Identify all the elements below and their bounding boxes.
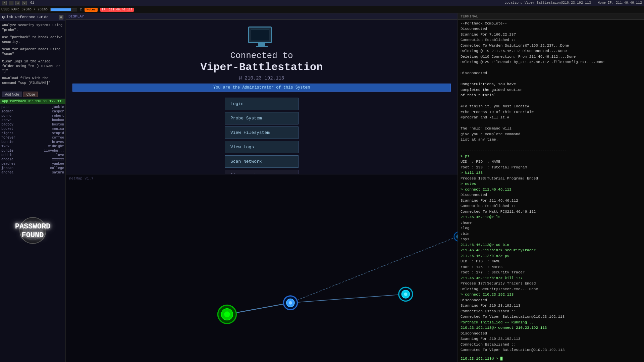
notes-badge[interactable]: Notes (85, 8, 98, 12)
admin-banner: You are the Administrator of this System (72, 84, 451, 92)
term-line: Deleting SecurityTracer.exe....Done (461, 287, 641, 292)
term-line: Scanning For 7.160.22.237 (461, 32, 641, 38)
term-line: UID : PID : NAME (461, 259, 641, 264)
term-line: > connect 211.46.46.112 (461, 187, 641, 193)
terminal-prompt: 210.23.192.113@ > █ (461, 357, 502, 361)
terminal-header: TERMINAL (458, 13, 644, 20)
term-line: :home (461, 220, 641, 226)
tip-1: Analyze security systems using "probe". (2, 23, 63, 33)
term-line: > connect 210.23.192.113 (461, 292, 641, 298)
password-row: peachesyankee (1, 162, 64, 166)
tip-4: Clear logs in the #//log folder using "r… (2, 59, 63, 73)
password-row: angelaxxxxxx (1, 157, 64, 162)
password-row: stevebooboo (1, 118, 64, 122)
left-panel: Quick Reference Guide X Analyze security… (0, 13, 66, 362)
tip-5: Download files with the command "scp [FI… (2, 76, 63, 86)
svg-point-4 (32, 229, 34, 232)
terminal-input-row: 210.23.192.113@ > █ (458, 355, 644, 362)
tip-2: Use "porthack" to break active security. (2, 35, 63, 45)
view-filesystem-btn[interactable]: View Filesystem (225, 126, 299, 139)
term-line: #program and kill it.# (461, 115, 641, 120)
rambar: USED RAM: 595mb / 761mb 2 Notes IP: 211.… (0, 6, 644, 13)
term-line: root : 146 : Notes (461, 264, 641, 270)
login-btn[interactable]: Login (225, 98, 299, 110)
password-row: 1969midnight (1, 144, 64, 149)
connected-ip: @ 210.23.192.113 (239, 75, 284, 81)
term-line: Connected To Viper-Battlestation@210.23.… (461, 314, 641, 320)
term-line: Disconnected (461, 331, 641, 337)
term-line: Congratulations, You have (461, 82, 641, 87)
term-line: root : 133 : Tutorial Program (461, 165, 641, 170)
terminal-output[interactable]: Note: the wildcard "*" indicates 'All'. … (458, 20, 644, 355)
main-layout: Quick Reference Guide X Analyze security… (0, 13, 644, 362)
fingerprint-icon (19, 217, 46, 244)
term-line: UID : PID : NAME (461, 159, 641, 165)
ip-badge: IP: 211.46.46.112 (100, 8, 134, 12)
close-btn[interactable]: × (2, 1, 7, 5)
term-line: > kill 133 (461, 170, 641, 176)
term-line: Connected To Viper-Battlestation@210.23.… (461, 347, 641, 353)
cursor: █ (500, 357, 503, 361)
scan-network-btn[interactable]: Scan Network (225, 155, 299, 168)
password-row: tigersstupid (1, 131, 64, 136)
monitor (248, 27, 272, 43)
svg-point-18 (404, 293, 407, 296)
maximize-btn[interactable]: □ (15, 1, 20, 5)
monitor-stand (258, 43, 265, 46)
term-line: Connection Established :: (461, 203, 641, 209)
quick-ref-header: Quick Reference Guide X (0, 13, 65, 21)
term-line (461, 98, 641, 104)
term-line: 211.46.46.112@> ls (461, 214, 641, 220)
computer-icon (248, 27, 275, 47)
portback-ip: IP: 210.23.192.113 (27, 100, 63, 103)
term-line: 211.46.46.112/bin/> SecurityTracer (461, 248, 641, 253)
add-note-btn[interactable]: Add Note (2, 92, 22, 97)
topbar-right: Location: Viper-Battlestaion@210.23.192.… (504, 1, 642, 5)
minimize-btn[interactable]: — (9, 1, 13, 5)
password-row: pornorobert (1, 114, 64, 118)
term-divider: ----------------------------------------… (461, 148, 641, 154)
term-line: Disconnected (461, 26, 641, 32)
action-buttons: Login Probe System View Filesystem View … (225, 98, 299, 168)
term-line: completed the guided section (461, 87, 641, 93)
term-divider: ----------------------------------------… (461, 65, 641, 71)
password-row: bonniebraves (1, 140, 64, 144)
term-line: Connection Established :: (461, 342, 641, 348)
term-line: Disconnected (461, 70, 641, 76)
term-line: Process 133[Tutorial Program] Ended (461, 176, 641, 182)
hostname-label: Viper-Battlestation (201, 61, 323, 73)
term-line (461, 143, 641, 148)
netmap-area: netMap v1.7 (66, 174, 458, 362)
term-line: give you a complete command (461, 132, 641, 137)
term-line: > notes (461, 181, 641, 187)
term-line: #To finish it, you must locate# (461, 104, 641, 109)
svg-point-15 (289, 301, 292, 304)
term-line: 210.23.192.113@> connect 210.23.192.113 (461, 325, 641, 331)
note-buttons: Add Note Close (0, 90, 65, 99)
portback-app: app:Portback (2, 100, 26, 103)
topbar-left: × — □ ⚙ 61 (2, 1, 34, 5)
svg-line-8 (290, 294, 406, 303)
quick-ref-close-btn[interactable]: X (59, 15, 63, 19)
connected-to-label: Connected to Viper-Battlestation (201, 51, 323, 74)
term-line: Connection Established :: (461, 309, 641, 314)
password-row: passjackie (1, 105, 64, 109)
password-row: debbielove (1, 153, 64, 157)
close-note-btn[interactable]: Close (23, 92, 38, 97)
view-logs-btn[interactable]: View Logs (225, 141, 299, 153)
term-line: root : 177 : Security Tracer (461, 270, 641, 275)
term-line: Disconnected (461, 192, 641, 198)
settings-btn[interactable]: ⚙ (22, 1, 27, 5)
probe-system-btn[interactable]: Probe System (225, 112, 299, 124)
topbar-counter: 61 (30, 1, 34, 5)
password-row: jordancollege (1, 166, 64, 170)
password-row: bucketmonica (1, 127, 64, 131)
password-row: andreasaturn (1, 170, 64, 175)
ram-label: USED RAM: 595mb / 761mb (1, 8, 48, 11)
term-line: Connection Established :: (461, 37, 641, 43)
ram-count: 2 (80, 8, 82, 11)
term-line: #the Process ID of this tutorial# (461, 109, 641, 115)
term-line: of this tutorial. (461, 93, 641, 98)
term-line: > ps (461, 154, 641, 159)
term-line: Connected To Warden Solutions@7.160.22.2… (461, 43, 641, 49)
